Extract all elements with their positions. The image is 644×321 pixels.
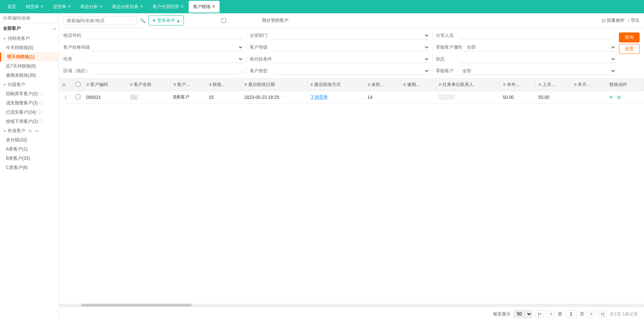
batch-operation-button[interactable]: ☑ 批量操作 bbox=[602, 17, 624, 24]
search-input[interactable] bbox=[63, 16, 137, 25]
manager-input[interactable] bbox=[459, 32, 611, 39]
customer-table: ⚙ ≡ 客户编码 ≡ 客户名称 ≡ 客户... bbox=[59, 79, 644, 104]
top-nav: 首页 销货单 ✕ 进货单 ✕ 商品分析 ✕ 商品分析列表 ✕ 客户分层经营 ✕ … bbox=[0, 0, 644, 13]
collapse-icon: « bbox=[53, 27, 56, 31]
phone-input[interactable] bbox=[87, 32, 244, 39]
close-icon[interactable]: ✕ bbox=[181, 5, 183, 8]
status-select[interactable] bbox=[459, 55, 616, 63]
close-icon[interactable]: ✕ bbox=[99, 5, 102, 8]
sidebar-group-pending-contact[interactable]: 待联络客户 bbox=[0, 34, 59, 43]
close-icon[interactable]: ✕ bbox=[212, 5, 215, 8]
filter-row-3: 性质 收付款条件 状态 bbox=[63, 55, 616, 63]
next-page-button[interactable]: > bbox=[587, 310, 595, 318]
th-contact-action: 联络动作 bbox=[606, 79, 644, 91]
sidebar-item-today-contact[interactable]: 今天待联络(0) bbox=[0, 43, 59, 52]
nav-customer-segmentation[interactable]: 客户分层经营 ✕ bbox=[148, 1, 188, 13]
prev-page-button[interactable]: < bbox=[547, 310, 555, 318]
th-last-contact-method[interactable]: ≡ 最后联络方式 bbox=[307, 79, 365, 91]
settings-icon[interactable]: ⚙ bbox=[62, 82, 66, 87]
filter-nature: 性质 bbox=[63, 55, 244, 63]
customer-type-select[interactable] bbox=[273, 67, 430, 75]
last-contact-link[interactable]: 下销货单 bbox=[310, 94, 328, 100]
th-last-month[interactable]: ≡ 上月... bbox=[535, 79, 571, 91]
close-icon[interactable]: ✕ bbox=[140, 5, 143, 8]
nav-product-analysis-list[interactable]: 商品分析列表 ✕ bbox=[108, 1, 147, 13]
sidebar-item-churn-warning[interactable]: 流失预警客户(3) ⓘ bbox=[0, 99, 59, 108]
per-page-select[interactable]: 50 10 20 100 bbox=[514, 310, 532, 318]
sidebar-search-input[interactable] bbox=[3, 15, 58, 21]
th-contact-count[interactable]: ≡ 联络... bbox=[206, 79, 241, 91]
sidebar-item-churned[interactable]: 已流失客户(24) ⓘ bbox=[0, 108, 59, 117]
close-icon[interactable]: ✕ bbox=[68, 5, 71, 8]
retail-customer-select[interactable]: 全部 bbox=[459, 67, 616, 75]
more-conditions-button[interactable]: ▼ 更多条件 ▲ bbox=[148, 15, 184, 25]
my-customers-checkbox[interactable]: 我分管的客户 bbox=[187, 17, 288, 24]
region-input[interactable] bbox=[91, 68, 238, 75]
th-this-year[interactable]: ≡ 本年... bbox=[500, 79, 535, 91]
td-checkbox bbox=[72, 91, 83, 104]
td-last-contact-date: 2023-05-23 18:25: bbox=[241, 91, 307, 104]
eye-icon[interactable]: 👁 bbox=[609, 95, 613, 100]
page-unit: 页 bbox=[580, 311, 584, 317]
th-customer-name[interactable]: ≡ 客户名称 bbox=[127, 79, 170, 91]
all-customers-header[interactable]: 全部客户 « bbox=[0, 23, 59, 34]
td-last-month: 50.00 bbox=[535, 91, 571, 104]
th-customer-type[interactable]: ≡ 客户... bbox=[170, 79, 206, 91]
td-customer-code: 000021 bbox=[83, 91, 127, 104]
th-last-contact-date[interactable]: ≡ 最后联络日期 bbox=[241, 79, 307, 91]
nature-select[interactable] bbox=[87, 55, 244, 63]
manager-more-icon[interactable]: ... bbox=[612, 33, 616, 38]
nav-sales-order[interactable]: 销货单 ✕ bbox=[21, 1, 48, 13]
nav-home[interactable]: 首页 bbox=[3, 1, 21, 13]
nav-customer-contact[interactable]: 客户联络 ✕ bbox=[189, 1, 220, 13]
settings-button[interactable]: 设置 bbox=[619, 44, 640, 54]
filter-manager: 分管人员 ... bbox=[436, 32, 616, 39]
filter-row-1: 电话号码 分管部门 分管人员 ... bbox=[63, 31, 616, 40]
filter-bar: 🔍 ▼ 更多条件 ▲ 我分管的客户 ☑ 批量操作 ↑ 导出 bbox=[59, 13, 644, 28]
price-level-select[interactable] bbox=[91, 44, 244, 51]
sidebar-item-overdue-contact[interactable]: 逾期未联络(30) bbox=[0, 71, 59, 80]
row-checkbox[interactable] bbox=[76, 94, 80, 99]
payment-terms-select[interactable] bbox=[273, 55, 430, 63]
th-overdue[interactable]: ≡ 逾期... bbox=[400, 79, 435, 91]
sidebar-item-tomorrow-contact[interactable]: 明天待联络(1) bbox=[0, 52, 59, 62]
th-this-month[interactable]: ≡ 本月... bbox=[571, 79, 606, 91]
sidebar-item-class-c[interactable]: C类客户(6) bbox=[0, 163, 59, 172]
nav-purchase-order[interactable]: 进货单 ✕ bbox=[49, 1, 75, 13]
td-contact-action: 👁 ⊞ bbox=[606, 91, 644, 104]
th-checkbox bbox=[72, 79, 83, 91]
page-input[interactable] bbox=[565, 310, 577, 318]
sidebar-group-problem-customers[interactable]: 问题客户 bbox=[0, 80, 59, 89]
nav-product-analysis[interactable]: 商品分析 ✕ bbox=[76, 1, 107, 13]
content-area: 🔍 ▼ 更多条件 ▲ 我分管的客户 ☑ 批量操作 ↑ 导出 bbox=[59, 13, 644, 321]
table-container: ⚙ ≡ 客户编码 ≡ 客户名称 ≡ 客户... bbox=[59, 79, 644, 304]
search-button[interactable]: 🔍 bbox=[140, 18, 146, 23]
filter-customer-type: 客户类型 bbox=[250, 67, 430, 75]
sidebar-item-class-a[interactable]: A类客户(1) bbox=[0, 145, 59, 154]
close-icon[interactable]: ✕ bbox=[41, 5, 43, 8]
sidebar-item-7day-contact[interactable]: 近7天待联络(0) bbox=[0, 62, 59, 71]
query-button[interactable]: 查询 bbox=[619, 32, 640, 42]
department-select[interactable] bbox=[273, 32, 430, 39]
th-customer-code[interactable]: ≡ 客户编码 bbox=[83, 79, 127, 91]
sidebar-item-class-b[interactable]: B类客户(33) bbox=[0, 154, 59, 163]
td-contact-count: 15 bbox=[206, 91, 241, 104]
export-button[interactable]: ↑ 导出 bbox=[627, 17, 640, 24]
horizontal-scrollbar[interactable] bbox=[59, 304, 644, 307]
select-all-checkbox[interactable] bbox=[76, 82, 80, 87]
last-page-button[interactable]: >| bbox=[598, 310, 607, 318]
sidebar-item-declining[interactable]: 持续下滑客户(2) ⓘ bbox=[0, 117, 59, 126]
filter-retail-attr: 零散客户属性 全部 bbox=[436, 44, 616, 51]
first-page-button[interactable]: |< bbox=[535, 310, 544, 318]
th-unit-contact[interactable]: ≡ 往来单位联系人 bbox=[435, 79, 500, 91]
scrollbar-thumb[interactable] bbox=[81, 304, 192, 307]
my-customers-check[interactable] bbox=[187, 18, 260, 23]
sidebar-group-value-customers[interactable]: 价值客户 ↻ ✏ bbox=[0, 126, 59, 135]
grid-icon[interactable]: ⊞ bbox=[617, 95, 621, 100]
retail-attr-select[interactable]: 全部 bbox=[464, 44, 616, 51]
th-un-contact[interactable]: ≡ 未联... bbox=[365, 79, 400, 91]
customer-level-select[interactable] bbox=[273, 44, 430, 51]
sidebar-item-repurchase-abnormal[interactable]: 回购异常客户(2) ⓘ bbox=[0, 89, 59, 99]
sidebar-item-ungrouped[interactable]: 未分组(32) bbox=[0, 135, 59, 145]
region-more-icon[interactable]: ... bbox=[240, 68, 244, 73]
